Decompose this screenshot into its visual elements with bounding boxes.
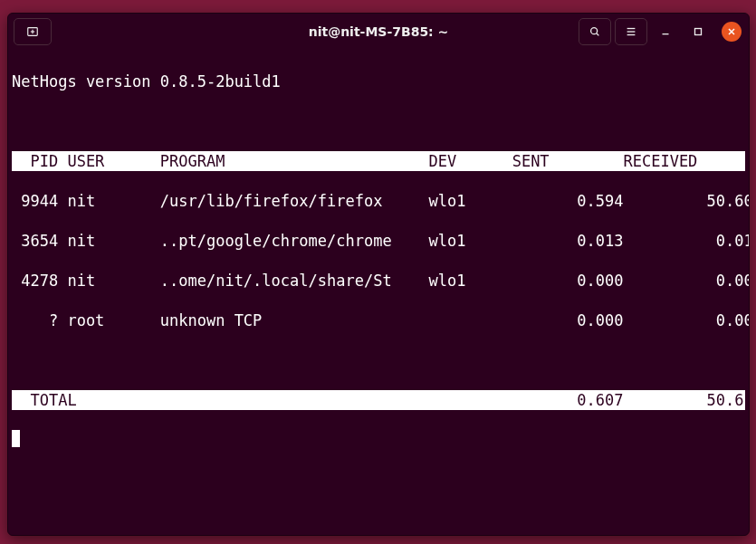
prompt-line [12,430,745,450]
version-line: NetHogs version 0.8.5-2build1 [12,72,745,91]
new-tab-icon [26,25,39,38]
close-icon [727,27,736,36]
menu-button[interactable] [615,18,647,45]
total-row: TOTAL0.60750.613 KB/sec [12,390,745,410]
minimize-button[interactable] [651,19,680,44]
terminal-content[interactable]: NetHogs version 0.8.5-2build1 PID USERPR… [8,50,749,535]
maximize-icon [692,25,704,38]
titlebar: nit@nit-MS-7B85: ~ [8,14,749,50]
new-tab-button[interactable] [14,18,52,45]
table-row: ? rootunknown TCP0.0000.000 KB/sec [12,310,745,330]
hamburger-icon [625,25,637,38]
table-row: 3654 nit..pt/google/chrome/chromewlo10.0… [12,231,745,251]
svg-rect-9 [695,29,702,35]
search-icon [589,25,601,38]
terminal-window: nit@nit-MS-7B85: ~ [7,13,750,536]
table-row: 9944 nit/usr/lib/firefox/firefoxwlo10.59… [12,191,745,211]
minimize-icon [659,25,672,38]
blank-line [12,350,745,370]
maximize-button[interactable] [684,19,713,44]
svg-line-4 [597,33,599,36]
search-button[interactable] [579,18,611,45]
cursor [12,430,20,447]
header-row: PID USERPROGRAMDEVSENTRECEIVED [12,151,745,171]
close-button[interactable] [722,22,742,42]
svg-point-3 [591,28,598,34]
blank-line [12,111,745,131]
table-row: 4278 nit..ome/nit/.local/share/Stwlo10.0… [12,271,745,291]
